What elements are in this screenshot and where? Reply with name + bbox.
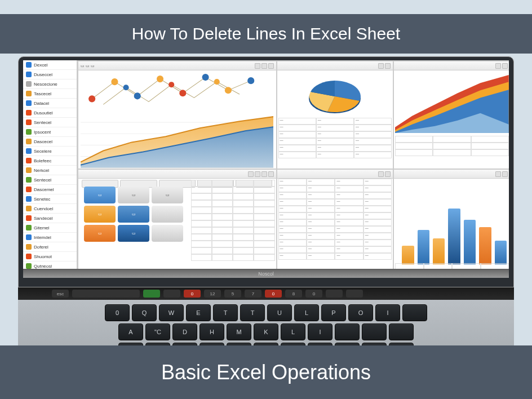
sidebar-icon: [26, 206, 32, 211]
key: H: [200, 323, 224, 340]
touchbar: esc01257080: [18, 287, 514, 300]
key: A: [118, 323, 143, 340]
sidebar-label: Sentecel: [34, 120, 51, 125]
key: D: [172, 323, 197, 340]
panel-data-table: ———— ———— ———— ———— ———— ———— ———— ———— …: [277, 170, 393, 269]
key: [362, 323, 387, 340]
svg-point-10: [214, 79, 220, 85]
sidebar-label: Gitemel: [34, 225, 50, 230]
key: W: [159, 304, 184, 321]
sidebar-label: Dascecel: [34, 139, 52, 144]
sidebar-label: Qutneosl: [34, 264, 52, 269]
mini-spreadsheet: [191, 180, 275, 268]
sidebar-icon: [26, 158, 32, 163]
sidebar-item[interactable]: Cuendoel: [23, 204, 77, 214]
sidebar-item[interactable]: Dexcel: [23, 60, 77, 70]
sidebar-label: Cuendoel: [34, 206, 53, 211]
sidebar-label: Nescecione: [34, 82, 57, 87]
touchbar-slot: [143, 290, 160, 298]
key: 0: [105, 304, 130, 321]
sidebar-label: Senetec: [34, 197, 50, 202]
key: I: [375, 304, 400, 321]
key: E: [186, 304, 211, 321]
sidebar-item[interactable]: Qutneosl: [23, 261, 77, 269]
dashboard: ▭ ▭ ▭: [77, 60, 509, 269]
svg-point-0: [88, 95, 95, 102]
network-graph-icon: [81, 70, 274, 110]
sidebar-icon: [26, 167, 32, 173]
sidebar-label: Bolefeec: [34, 158, 51, 163]
sidebar-icon: [26, 263, 32, 269]
key: U: [267, 304, 292, 321]
sidebar-item[interactable]: Nerkcel: [23, 166, 77, 175]
panel-header: [394, 61, 509, 70]
sidebar-icon: [26, 100, 32, 106]
button-grid: ▭ ▭ ▭ ▭ ▭ ▭ ▭: [84, 187, 183, 242]
sidebar-icon: [26, 148, 32, 154]
sidebar-item[interactable]: Duseccel: [23, 70, 77, 79]
data-table: ———— ———— ———— ———— ———— ———— ———— ———— …: [278, 179, 392, 268]
sidebar-item[interactable]: Doferel: [23, 242, 77, 252]
sidebar-item[interactable]: Sandecel: [23, 214, 77, 223]
touchbar-slot: esc: [52, 290, 69, 298]
stacked-area-icon: [395, 70, 509, 133]
sidebar-item[interactable]: Sentecel: [23, 118, 77, 127]
sidebar-item[interactable]: Secelere: [23, 147, 77, 156]
sidebar-label: Nerkcel: [34, 168, 49, 173]
sidebar-label: Dusoutiel: [34, 110, 52, 116]
svg-point-1: [111, 78, 118, 85]
area-chart-icon: [81, 111, 273, 168]
touchbar-slot: [163, 290, 180, 298]
top-banner: How To Delete Lines In Excel Sheet: [0, 14, 532, 54]
svg-point-6: [225, 87, 232, 94]
sidebar-label: Sentecel: [34, 178, 51, 183]
top-title: How To Delete Lines In Excel Sheet: [132, 24, 400, 43]
sidebar-item[interactable]: Senetec: [23, 194, 77, 204]
sidebar-item[interactable]: Intemdel: [23, 233, 77, 242]
sidebar-item[interactable]: Dascecel: [23, 137, 77, 147]
key: T: [240, 304, 265, 321]
mini-table: ——— ——— ——— ——— ——— ———: [278, 118, 392, 167]
touchbar-slot: 5: [224, 290, 241, 298]
sidebar-item[interactable]: Bolefeec: [23, 156, 77, 166]
sidebar-item[interactable]: Tascecel: [23, 89, 77, 99]
sidebar-item[interactable]: Shuomot: [23, 252, 77, 261]
bottom-banner: Basic Excel Operations: [0, 345, 532, 399]
sidebar-item[interactable]: Sentecel: [23, 175, 77, 185]
sidebar-label: Secelere: [34, 149, 52, 154]
sidebar-label: Shuomot: [34, 254, 52, 259]
sidebar-label: Sandecel: [34, 216, 52, 221]
bar-chart-icon: [402, 202, 507, 264]
sidebar-icon: [26, 72, 32, 77]
bottom-title: Basic Excel Operations: [161, 361, 371, 384]
sidebar-icon: [26, 234, 32, 240]
sidebar-icon: [26, 139, 32, 144]
touchbar-slot: 0: [305, 290, 322, 298]
axis-labels: [395, 263, 509, 269]
key: K: [254, 323, 278, 340]
touchbar-slot: 8: [285, 290, 302, 298]
sidebar-icon: [26, 119, 32, 125]
panel-network-chart: ▭ ▭ ▭: [78, 61, 276, 169]
panel-header: [78, 170, 276, 179]
sidebar-icon: [26, 215, 32, 221]
screen-bezel: DexcelDuseccelNescecioneTascecelDatacelD…: [18, 56, 514, 287]
key: L: [294, 304, 319, 321]
sidebar-label: Dexcel: [34, 63, 47, 68]
sidebar-item[interactable]: Dusoutiel: [23, 108, 77, 118]
sidebar: DexcelDuseccelNescecioneTascecelDatacelD…: [23, 60, 77, 269]
sidebar-icon: [26, 254, 32, 259]
sidebar-item[interactable]: Gitemel: [23, 223, 77, 233]
touchbar-slot: 7: [245, 290, 261, 298]
sidebar-icon: [26, 187, 32, 192]
sidebar-item[interactable]: Datacel: [23, 99, 77, 108]
key: T: [213, 304, 238, 321]
sidebar-item[interactable]: Ipsocent: [23, 127, 77, 137]
key: [389, 323, 414, 340]
sidebar-item[interactable]: Dascemel: [23, 185, 77, 194]
sidebar-icon: [26, 177, 32, 183]
panel-header: ▭ ▭ ▭: [78, 61, 276, 70]
sidebar-item[interactable]: Nescecione: [23, 79, 77, 89]
key: I: [308, 323, 333, 340]
key: L: [281, 323, 305, 340]
